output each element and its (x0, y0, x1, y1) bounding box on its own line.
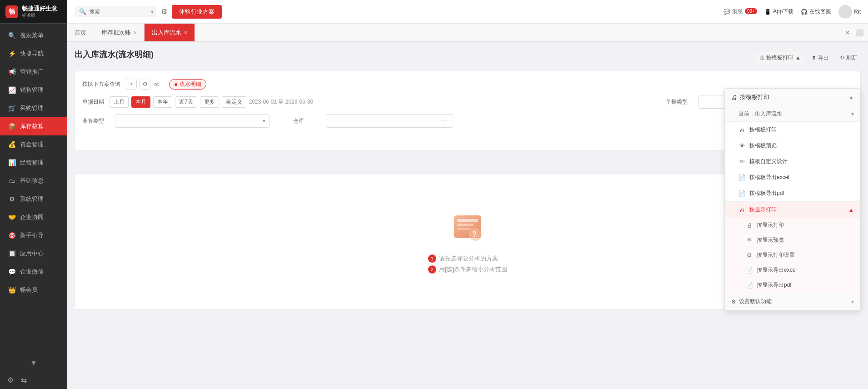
user-avatar-button[interactable]: Rit (838, 5, 861, 19)
sidebar-scroll-down[interactable]: ▼ (0, 355, 67, 371)
date-filter: 上月 本月 本年 近7天 更多 自定义 2023-06-01 至 2023-06… (110, 96, 660, 108)
app-download-label: App下载 (773, 8, 793, 15)
sidebar-item-guide[interactable]: 🎯 新手引导 (0, 226, 67, 244)
sidebar-item-wechat[interactable]: 💬 企业微信 (0, 263, 67, 281)
warehouse-more-icon[interactable]: ··· (442, 117, 448, 125)
scroll-down-button[interactable]: ▼ (0, 357, 67, 369)
topbar-actions: 💬 消息 99+ 📱 App下载 🎧 在线客服 Rit (723, 5, 861, 19)
display-export-excel-label: 按显示导出excel (757, 266, 797, 274)
dropdown-item-display-preview[interactable]: 👁 按显示预览 (725, 233, 860, 248)
sidebar-logo: 畅 畅捷通好生意 标准版 (0, 0, 67, 24)
message-button[interactable]: 💬 消息 99+ (723, 8, 757, 15)
service-icon: 🎧 (801, 9, 808, 15)
dropdown-item-display-print[interactable]: 🖨 按显示打印 (725, 218, 860, 233)
topbar-search-box[interactable]: 🔍 ▾ (75, 6, 156, 17)
dropdown-item-display-export-pdf[interactable]: 📄 按显示导出pdf (725, 278, 860, 293)
purchase-icon: 🛒 (7, 104, 16, 113)
maximize-window-icon[interactable]: ⬜ (855, 29, 863, 37)
dropdown-item-display-print-header[interactable]: 🖨 按显示打印 ▲ (725, 202, 860, 218)
toggle-sidebar-icon[interactable]: ⇆ (21, 376, 27, 384)
dropdown-header: 🖨 按模板打印 ▲ (725, 89, 860, 106)
filter-tag-label: 流水明细 (180, 80, 201, 88)
sidebar-item-label: 系统管理 (20, 195, 44, 203)
inventory-icon: 📦 (7, 122, 16, 131)
sidebar-item-app-center[interactable]: 🔲 应用中心 (0, 244, 67, 263)
sidebar-item-quick-nav[interactable]: ⚡ 快捷导航 (0, 45, 67, 63)
tab-in-out-flow[interactable]: 出入库流水 × (145, 24, 195, 41)
close-window-icon[interactable]: ✕ (843, 29, 852, 37)
template-print-icon: 🖨 (738, 126, 746, 134)
sidebar-item-inventory[interactable]: 📦 库存核算 (0, 117, 67, 135)
empty-illustration: ? (447, 206, 488, 247)
search-nav-icon: 🔍 (7, 31, 16, 40)
user-name-label: Rit (854, 9, 861, 15)
sidebar-item-finance[interactable]: 💰 资金管理 (0, 135, 67, 154)
dropdown-item-template-export-pdf[interactable]: 📄 按模板导出pdf (725, 185, 860, 201)
date-btn-custom[interactable]: 自定义 (222, 96, 246, 108)
sidebar-bottom: ⚙ ⇆ (0, 371, 67, 389)
date-btn-last-month[interactable]: 上月 (110, 96, 129, 108)
svg-text:?: ? (472, 230, 477, 238)
biz-type-select[interactable]: ▾ (115, 114, 269, 128)
dropdown-item-template-design[interactable]: ✏ 模板自定义设计 (725, 154, 860, 170)
sidebar-item-sales[interactable]: 📈 销售管理 (0, 81, 67, 99)
date-btn-this-month[interactable]: 本月 (131, 96, 150, 108)
warehouse-select[interactable]: ··· (326, 114, 453, 128)
empty-hint-1: 请先选择要分析的方案 (439, 254, 498, 263)
display-section-collapse-icon[interactable]: ▲ (848, 207, 854, 213)
dropdown-collapse-icon[interactable]: ▲ (848, 94, 854, 100)
topbar-gear-icon[interactable]: ⚙ (161, 7, 167, 16)
sidebar-item-label: 基础信息 (20, 177, 44, 185)
search-chevron-down-icon[interactable]: ▾ (151, 9, 154, 15)
sidebar-item-label: 快捷导航 (20, 50, 44, 58)
sidebar-item-operations[interactable]: 📊 经营管理 (0, 154, 67, 172)
refresh-button[interactable]: ↻ 刷新 (836, 52, 861, 64)
export-button[interactable]: ⬆ 导出 (808, 52, 833, 64)
dropdown-item-template-export-excel[interactable]: 📄 按模板导出excel (725, 170, 860, 185)
sidebar-item-member[interactable]: 👑 畅会员 (0, 281, 67, 299)
sidebar-item-system[interactable]: ⚙ 系统管理 (0, 190, 67, 208)
dropdown-item-template-preview[interactable]: 👁 按模板预览 (725, 138, 860, 154)
tab-batch-account[interactable]: 库存批次账 × (94, 24, 145, 41)
date-btn-this-year[interactable]: 本年 (153, 96, 172, 108)
topbar: 🔍 ▾ ⚙ 体验行业方案 💬 消息 99+ 📱 App下载 🎧 在线客服 R (67, 0, 868, 24)
message-badge: 99+ (745, 8, 757, 14)
tab-home[interactable]: 首页 (67, 24, 94, 41)
print-template-button[interactable]: 🖨 按模板打印 ▲ (755, 52, 804, 64)
template-export-pdf-icon: 📄 (738, 190, 746, 197)
quick-nav-icon: ⚡ (7, 49, 16, 58)
sidebar-item-label: 营销推广 (20, 68, 44, 76)
date-btn-7days[interactable]: 近7天 (175, 96, 197, 108)
display-print-section-label: 按显示打印 (749, 206, 777, 214)
template-design-icon: ✏ (738, 158, 746, 165)
dropdown-template-section: 🖨 按模板打印 👁 按模板预览 ✏ 模板自定义设计 📄 按模板导出excel 📄 (725, 122, 860, 202)
content-area: 出入库流水(流水明细) 🖨 按模板打印 ▲ ⬆ 导出 ↻ 刷新 (67, 42, 868, 389)
date-btn-more[interactable]: 更多 (200, 96, 219, 108)
tab-in-out-flow-close-icon[interactable]: × (184, 30, 187, 36)
sidebar-item-search[interactable]: 🔍 搜索菜单 (0, 26, 67, 45)
sidebar-item-marketing[interactable]: 📢 营销推广 (0, 63, 67, 81)
sidebar-item-purchase[interactable]: 🛒 采购管理 (0, 99, 67, 117)
tab-batch-account-close-icon[interactable]: × (134, 30, 137, 36)
logo-main-text: 畅捷通好生意 (22, 5, 57, 13)
settings-bottom-icon[interactable]: ⚙ (7, 376, 14, 384)
app-download-button[interactable]: 📱 App下载 (764, 8, 793, 15)
online-service-button[interactable]: 🎧 在线客服 (801, 8, 831, 15)
hint-num-1: 1 (428, 254, 436, 263)
message-label: 消息 (732, 8, 743, 15)
search-input[interactable] (89, 9, 148, 15)
filter-collapse-icon[interactable]: ≪ (153, 80, 160, 88)
warehouse-label: 仓库 (293, 117, 320, 125)
sidebar-nav: 🔍 搜索菜单 ⚡ 快捷导航 📢 营销推广 📈 销售管理 🛒 采购管理 📦 库存核… (0, 24, 67, 355)
filter-settings-button[interactable]: ⚙ (140, 79, 150, 90)
sidebar-item-base[interactable]: 🗂 基础信息 (0, 172, 67, 190)
dropdown-item-display-print-settings[interactable]: ⚙ 按显示打印设置 (725, 248, 860, 263)
dropdown-footer[interactable]: ⚙ 设置默认功能 ▾ (725, 293, 860, 310)
sidebar-item-enterprise[interactable]: 🤝 企业协同 (0, 208, 67, 226)
filter-add-button[interactable]: + (126, 79, 137, 90)
dropdown-item-template-print[interactable]: 🖨 按模板打印 (725, 122, 860, 138)
sidebar-item-label: 经营管理 (20, 159, 44, 167)
dropdown-item-display-export-excel[interactable]: 📄 按显示导出excel (725, 263, 860, 278)
industry-solution-button[interactable]: 体验行业方案 (172, 5, 222, 19)
display-print-label: 按显示打印 (757, 221, 784, 229)
